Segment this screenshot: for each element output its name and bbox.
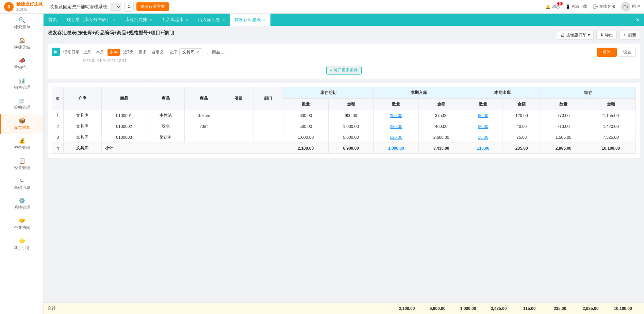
notification-badge: 6 [557, 2, 563, 5]
sidebar-item-inventory[interactable]: 📦 库存核算 [0, 114, 43, 134]
date-btn-this-year[interactable]: 本年 [108, 49, 120, 56]
tab-receive-send-label: 收发存汇总表 [234, 17, 261, 23]
app-download-btn[interactable]: 📱 App下载 [565, 4, 587, 10]
row2-dept [253, 121, 283, 132]
date-btn-this-month[interactable]: 本月 [95, 49, 105, 56]
tab-in-out-flow-label: 出入库流水 [162, 17, 184, 23]
row2-code: 0100002 [101, 121, 147, 132]
col-header-in-qty: 数量 [374, 99, 419, 110]
row1-code: 0100001 [101, 110, 147, 121]
sales-icon: 📊 [19, 77, 26, 84]
warehouse-tag-value: 文具库 [182, 49, 195, 55]
date-btn-7days[interactable]: 近7天 [122, 49, 135, 56]
sidebar-item-finance[interactable]: 💰 资金管理 [0, 134, 43, 154]
sidebar-item-sales[interactable]: 📊 销售管理 [0, 74, 43, 94]
refresh-btn[interactable]: ↻ 刷新 [620, 31, 640, 40]
sidebar-item-marketing[interactable]: 📣 营销推广 [0, 54, 43, 74]
row2-in-qty[interactable]: 230.00 [374, 121, 419, 132]
col-header-bal-qty: 数量 [541, 99, 586, 110]
tab-stock-dist[interactable]: 现存量（库存分布表） ✕ [62, 14, 120, 26]
table-wrapper: ⚙ 仓库 商品 商品 商品 项目 部门 库存期初 本期入库 [52, 87, 636, 154]
query-btn[interactable]: 查询 [597, 48, 617, 57]
row3-code: 0100003 [101, 132, 147, 143]
sidebar-item-operations[interactable]: 📋 经营管理 [0, 154, 43, 174]
enterprise-icon: 🤝 [19, 217, 26, 224]
brand-edition: 标准版 [16, 7, 43, 12]
sidebar-label-guide: 新手引导 [14, 245, 30, 251]
tab-bar-close[interactable]: ✕ [632, 17, 644, 22]
avatar: Ea [621, 2, 630, 12]
row2-out-qty[interactable]: 20.00 [464, 121, 502, 132]
system-icon: ⚙️ [19, 197, 26, 204]
row1-in-amt: 375.00 [419, 110, 464, 121]
tab-in-out-summary-close[interactable]: ✕ [222, 18, 225, 22]
data-table: ⚙ 仓库 商品 商品 商品 项目 部门 库存期初 本期入库 [52, 87, 636, 154]
row3-out-amt: 75.00 [502, 132, 541, 143]
goods-more-btn[interactable]: ... [222, 50, 226, 55]
warehouse-tag-remove[interactable]: ✕ [196, 50, 199, 55]
row1-warehouse: 文具库 [64, 110, 102, 121]
experience-btn[interactable]: 体验行业方案 [136, 2, 169, 11]
notification-btn[interactable]: 🔔 消息 6 [545, 4, 560, 10]
settings-icon[interactable]: ⚙ [124, 2, 134, 12]
sidebar-item-search[interactable]: 🔍 搜索菜单 [0, 14, 43, 34]
row1-name: 中性笔 [147, 110, 185, 121]
system-selector[interactable] [110, 3, 121, 11]
tab-batch-acct[interactable]: 库存批次账 ✕ [120, 14, 157, 26]
warehouse-tag[interactable]: 文具库 ✕ [179, 48, 202, 56]
date-btn-last-month[interactable]: 上月 [82, 49, 93, 56]
sidebar-item-system[interactable]: ⚙️ 系统管理 [0, 194, 43, 214]
tab-stock-dist-close[interactable]: ✕ [113, 18, 116, 22]
sidebar-item-purchase[interactable]: 🛒 采购管理 [0, 94, 43, 114]
sidebar-label-search: 搜索菜单 [14, 24, 30, 30]
online-service-label: 在线客服 [599, 4, 615, 10]
expand-btn[interactable]: ▾ 展开更多条件 [326, 66, 362, 75]
row1-in-qty[interactable]: 250.00 [374, 110, 419, 121]
print-btn[interactable]: 🖨 拨销版打印 ▾ [557, 31, 594, 40]
sidebar-item-guide[interactable]: 🌟 新手引导 [0, 234, 43, 254]
export-icon: ⬇ [600, 33, 604, 37]
row2-bal-qty: 710.00 [541, 121, 586, 132]
sidebar-item-base-info[interactable]: 🗂 基础信息 [0, 174, 43, 194]
warehouse-more-btn[interactable]: ... [204, 50, 208, 55]
filter-toggle-btn[interactable]: ▶ [52, 48, 60, 56]
total-out-amt: 235.00 [545, 306, 575, 311]
row3-in-qty[interactable]: 520.00 [374, 132, 419, 143]
total-bal-amt: 10,100.00 [606, 306, 640, 311]
row1-open-qty: 600.00 [283, 110, 328, 121]
sidebar-label-marketing: 营销推广 [14, 65, 30, 70]
date-btn-custom[interactable]: 自定义 [150, 49, 165, 56]
tab-in-out-flow-close[interactable]: ✕ [186, 18, 188, 22]
export-btn[interactable]: ⬇ 导出 [596, 31, 617, 40]
settings-btn[interactable]: 设置 [619, 48, 636, 57]
date-filter-label: 记账日期 [63, 49, 80, 55]
sidebar-label-enterprise: 企业协同 [14, 225, 30, 231]
total-in-qty: 1,000.00 [453, 306, 483, 311]
row1-out-qty[interactable]: 80.00 [464, 110, 502, 121]
sidebar-item-quick-nav[interactable]: 🏠 快捷导航 [0, 34, 43, 54]
online-service-btn[interactable]: 💬 在线客服 [593, 4, 615, 10]
col-header-open-qty: 数量 [283, 99, 328, 110]
brand-name: 畅捷通好生意 [16, 1, 43, 7]
tab-batch-acct-close[interactable]: ✕ [149, 18, 152, 22]
subtotal-bal-amt: 10,100.00 [586, 143, 636, 154]
col-header-dept: 部门 [253, 87, 283, 110]
tab-in-out-flow[interactable]: 出入库流水 ✕ [157, 14, 193, 26]
date-btn-more[interactable]: 更多 [137, 49, 148, 56]
subtotal-warehouse: 文具库 [64, 143, 102, 154]
sidebar-label-operations: 经营管理 [14, 165, 30, 171]
tab-receive-send-close[interactable]: ✕ [263, 18, 266, 22]
subtotal-in-qty[interactable]: 1,000.00 [374, 143, 419, 154]
total-open-qty: 2,100.00 [392, 306, 422, 311]
subtotal-out-qty[interactable]: 115.00 [464, 143, 502, 154]
row3-out-qty[interactable]: 15.00 [464, 132, 502, 143]
page-content: 收发存汇总表(按仓库+商品编码+商品+规格型号+项目+部门) 🖨 拨销版打印 ▾… [44, 26, 644, 302]
table-settings-icon[interactable]: ⚙ [55, 96, 60, 101]
sidebar-item-enterprise[interactable]: 🤝 企业协同 [0, 214, 43, 234]
tab-receive-send-summary[interactable]: 收发存汇总表 ✕ [230, 14, 270, 26]
tab-in-out-summary[interactable]: 出入库汇总 ✕ [193, 14, 230, 26]
tab-bar: 首页 现存量（库存分布表） ✕ 库存批次账 ✕ 出入库流水 ✕ 出入库汇总 ✕ [44, 14, 644, 26]
user-btn[interactable]: Ea 用户 [621, 2, 640, 12]
operations-icon: 📋 [19, 158, 26, 164]
tab-home[interactable]: 首页 [44, 14, 62, 26]
